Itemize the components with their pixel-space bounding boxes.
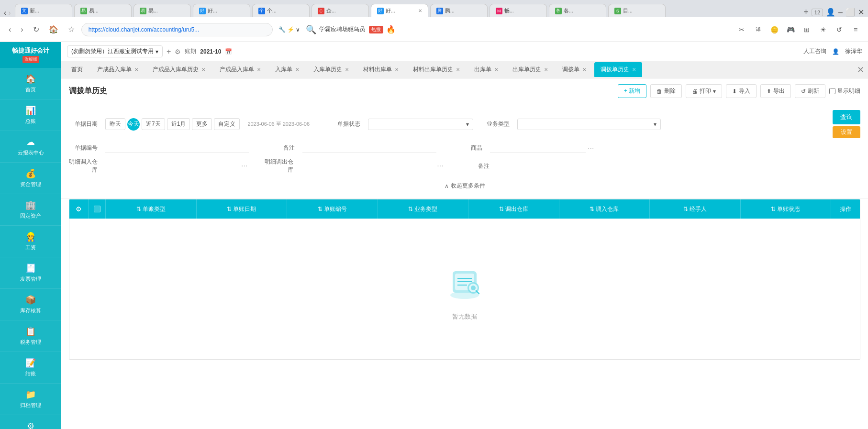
sidebar-logo[interactable]: 畅捷通好会计 旗舰版 (0, 42, 61, 68)
browser-tab-tab10[interactable]: 各各... (549, 4, 606, 17)
date-btn-today[interactable]: 今天 (127, 118, 140, 131)
date-btn-1month[interactable]: 近1月 (167, 118, 190, 130)
browser-tab-tab3[interactable]: 易易... (134, 4, 191, 17)
menu-icon[interactable]: ≡ (849, 23, 862, 36)
detail-in-input[interactable] (105, 161, 239, 171)
th-in[interactable]: ⇅ 调入仓库 (559, 199, 650, 219)
import-btn[interactable]: ⬇ 导入 (726, 84, 757, 98)
sidebar-item-11[interactable]: ⚙基础设置 (0, 415, 61, 429)
goods-more-btn[interactable]: ··· (588, 144, 594, 153)
maximize-btn[interactable]: ⬜ (846, 8, 855, 17)
date-btn-yesterday[interactable]: 昨天 (105, 118, 125, 130)
date-btn-7days[interactable]: 近7天 (142, 118, 165, 130)
history-icon[interactable]: ↺ (833, 23, 846, 36)
sidebar-item-5[interactable]: 👷工资 (0, 226, 61, 257)
page-tab-2[interactable]: 产成品入库单历史✕ (146, 62, 211, 77)
setting-btn[interactable]: 设置 (833, 126, 860, 138)
sidebar-item-9[interactable]: 📝结账 (0, 352, 61, 384)
new-tab-btn[interactable]: + (803, 7, 809, 17)
query-btn[interactable]: 查询 (833, 110, 860, 124)
select-all-checkbox[interactable] (94, 206, 100, 212)
goods-input[interactable] (490, 143, 586, 153)
th-checkbox[interactable] (89, 199, 106, 219)
th-date[interactable]: ⇅ 单账日期 (197, 199, 288, 219)
doc-num-input[interactable] (105, 143, 249, 153)
home-btn[interactable]: 🏠 (46, 23, 61, 36)
add-company-btn[interactable]: + (167, 47, 171, 56)
grid-icon[interactable]: ⊞ (800, 23, 813, 36)
support-link[interactable]: 人工咨询 (803, 47, 826, 55)
page-tab-4[interactable]: 入库单✕ (269, 62, 305, 77)
page-tab-1[interactable]: 产成品入库单✕ (91, 62, 145, 77)
note-input[interactable] (497, 161, 612, 171)
minimize-btn[interactable]: – (838, 8, 843, 17)
page-tab-10[interactable]: 调拨单✕ (556, 62, 592, 77)
sidebar-item-2[interactable]: ☁云报表中心 (0, 131, 61, 163)
settings-icon[interactable]: ⚙ (175, 48, 181, 55)
sidebar-item-0[interactable]: 🏠首页 (0, 68, 61, 99)
th-person[interactable]: ⇅ 经手人 (650, 199, 741, 219)
page-tab-3[interactable]: 产成品入库单✕ (213, 62, 267, 77)
detail-in-more-btn[interactable]: ··· (241, 162, 247, 170)
page-tab-7[interactable]: 材料出库单历史✕ (407, 62, 466, 77)
th-type[interactable]: ⇅ 单账类型 (106, 199, 197, 219)
page-tab-0[interactable]: 首页 (65, 62, 89, 77)
browser-tab-tab9[interactable]: M畅... (490, 4, 547, 17)
browser-tab-tab2[interactable]: 易易... (74, 4, 132, 17)
sidebar-item-6[interactable]: 🧾发票管理 (0, 257, 61, 289)
delete-btn[interactable]: 🗑 删除 (650, 84, 682, 98)
address-input[interactable] (81, 23, 273, 36)
page-tab-5[interactable]: 入库单历史✕ (307, 62, 355, 77)
export-btn[interactable]: ⬆ 导出 (760, 84, 791, 98)
sidebar-item-10[interactable]: 📁归档管理 (0, 384, 61, 415)
date-btn-more[interactable]: 更多 (192, 118, 212, 130)
browser-back-btn[interactable]: ‹ (4, 9, 6, 17)
scissors-icon[interactable]: ✂ (735, 23, 748, 36)
status-filter-select[interactable]: ▾ (368, 119, 473, 130)
detail-out-input[interactable] (301, 161, 435, 171)
page-tab-11[interactable]: 调拨单历史✕ (594, 62, 642, 77)
th-status[interactable]: ⇅ 单账状态 (741, 199, 832, 219)
sidebar-item-8[interactable]: 📋税务管理 (0, 320, 61, 352)
translate-icon[interactable]: 译 (751, 23, 765, 36)
detail-out-more-btn[interactable]: ··· (437, 162, 443, 170)
browser-tab-tab7[interactable]: 好好...✕ (371, 4, 428, 17)
date-btn-custom[interactable]: 自定义 (214, 118, 240, 130)
profile-btn[interactable]: 👤 (826, 8, 835, 17)
collapse-btn[interactable]: ∧ 收起更多条件 (69, 179, 860, 193)
remark-input[interactable] (302, 143, 436, 153)
th-biz[interactable]: ⇅ 业务类型 (378, 199, 469, 219)
sidebar-item-4[interactable]: 🏢固定资产 (0, 194, 61, 226)
th-gear[interactable]: ⚙ (69, 199, 89, 219)
game-icon[interactable]: 🎮 (784, 23, 797, 36)
forward-nav-btn[interactable]: › (18, 23, 26, 36)
coin-icon[interactable]: 🪙 (768, 23, 781, 36)
back-nav-btn[interactable]: ‹ (6, 23, 14, 36)
biz-type-filter-select[interactable]: ▾ (517, 119, 661, 130)
user-avatar[interactable]: 👤 (832, 48, 839, 55)
company-selector[interactable]: (勿删勿禁用）江西服宝测试专用 ▾ (67, 45, 163, 57)
close-window-btn[interactable]: ✕ (858, 8, 864, 17)
sidebar-item-3[interactable]: 💰资金管理 (0, 163, 61, 194)
bookmark-btn[interactable]: ☆ (65, 23, 78, 36)
browser-tab-tab4[interactable]: 好好... (193, 4, 250, 17)
page-tab-8[interactable]: 出库单✕ (468, 62, 504, 77)
browser-tab-tab11[interactable]: S目... (608, 4, 666, 17)
display-toggle-checkbox[interactable] (829, 88, 835, 94)
calendar-icon[interactable]: 📅 (225, 48, 232, 55)
reload-btn[interactable]: ↻ (30, 23, 42, 36)
page-tab-6[interactable]: 材料出库单✕ (357, 62, 405, 77)
th-num[interactable]: ⇅ 单账编号 (287, 199, 378, 219)
browser-tab-tab5[interactable]: 个个... (252, 4, 310, 17)
close-all-tabs-btn[interactable]: ✕ (857, 65, 864, 75)
page-tab-9[interactable]: 出库单历史✕ (506, 62, 554, 77)
print-btn[interactable]: 🖨 打印 ▾ (686, 84, 722, 98)
brightness-icon[interactable]: ☀ (816, 23, 830, 36)
browser-tab-tab8[interactable]: 腾腾... (430, 4, 488, 17)
sidebar-item-7[interactable]: 📦库存核算 (0, 289, 61, 320)
refresh-btn[interactable]: ↺ 刷新 (795, 84, 825, 98)
browser-tab-tab6[interactable]: C企... (312, 4, 369, 17)
sidebar-item-1[interactable]: 📊总账 (0, 99, 61, 131)
new-btn[interactable]: + 新增 (618, 84, 646, 98)
browser-tab-tab1[interactable]: 文新... (15, 4, 72, 17)
